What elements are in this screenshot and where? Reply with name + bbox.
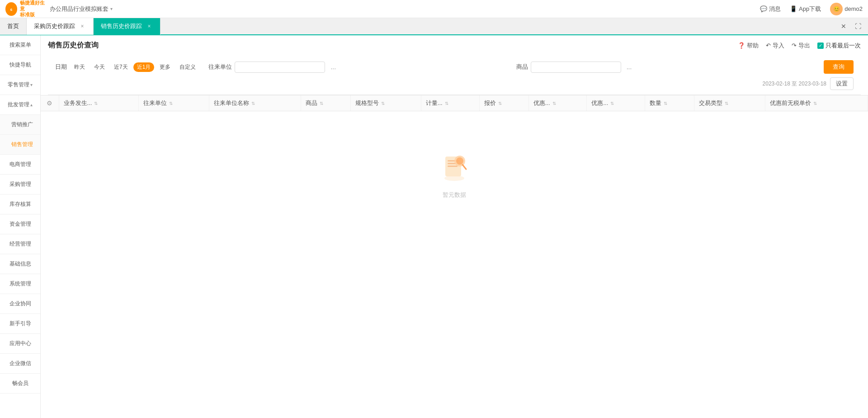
export-button[interactable]: ↷ 导出 (792, 42, 810, 50)
sort-icon-counterparty: ⇅ (169, 101, 173, 106)
sidebar-item-marketing[interactable]: 营销推广 (0, 115, 40, 135)
date-option-yesterday[interactable]: 昨天 (71, 62, 89, 72)
close-all-button[interactable]: ✕ (837, 20, 850, 33)
logo: 6 畅捷通好生意 标准版 (5, 0, 46, 18)
filter-row1: 日期 昨天 今天 近7天 近1月 更多 自定义 往来单位 (48, 55, 861, 76)
sidebar-item-business-mgmt[interactable]: 经营管理 (0, 234, 40, 254)
logo-icon: 6 (5, 2, 17, 16)
export-icon: ↷ (792, 42, 797, 49)
table-th-counterparty[interactable]: 往来单位 ⇅ (138, 95, 209, 111)
date-option-last1month[interactable]: 近1月 (133, 62, 155, 72)
data-table: ⚙ 业务发生... ⇅ 往来单位 ⇅ (41, 95, 868, 111)
counterparty-dots-button[interactable]: ... (328, 62, 339, 71)
empty-state-icon (436, 147, 472, 184)
tab-sales-history[interactable]: 销售历史价跟踪 × (94, 18, 160, 35)
date-filter-group: 日期 昨天 今天 近7天 近1月 更多 自定义 (55, 62, 199, 72)
table-header: ⚙ 业务发生... ⇅ 往来单位 ⇅ (41, 95, 868, 111)
filter-row2: 2023-02-18 至 2023-03-18 设置 (48, 76, 861, 95)
sidebar-item-app-center[interactable]: 应用中心 (0, 334, 40, 354)
date-option-custom[interactable]: 自定义 (176, 62, 199, 72)
date-option-today[interactable]: 今天 (90, 62, 108, 72)
only-last-checkbox[interactable]: ✓ (817, 43, 824, 49)
avatar: 😊 (830, 3, 843, 15)
sidebar-item-purchase-mgmt[interactable]: 采购管理 (0, 175, 40, 195)
date-option-last7days[interactable]: 近7天 (110, 62, 132, 72)
settings-button[interactable]: 设置 (830, 77, 854, 90)
sort-icon-pre-discount-price: ⇅ (813, 101, 817, 106)
sidebar-item-inventory[interactable]: 库存核算 (0, 195, 40, 214)
date-range-display: 2023-02-18 至 2023-03-18 (763, 80, 826, 88)
sidebar-item-retail-mgmt[interactable]: 零售管理 ▾ (0, 75, 40, 95)
sidebar-item-finance-mgmt[interactable]: 资金管理 (0, 214, 40, 234)
sort-icon-biz-date: ⇅ (94, 101, 98, 106)
only-last-checkbox-group[interactable]: ✓ 只看最后一次 (817, 42, 861, 50)
empty-state: 暂元数据 (41, 111, 868, 235)
tab-purchase-history-close[interactable]: × (79, 23, 86, 30)
sort-icon-trade-type: ⇅ (725, 101, 728, 106)
app-download-button[interactable]: 📱 App下载 (790, 5, 821, 13)
product-input[interactable] (531, 62, 621, 73)
gear-icon: ⚙ (47, 100, 52, 107)
sidebar-item-wholesale-mgmt[interactable]: 批发管理 ▴ (0, 95, 40, 115)
tab-purchase-history[interactable]: 采购历史价跟踪 × (27, 18, 94, 35)
svg-line-9 (462, 165, 466, 169)
query-button[interactable]: 查询 (824, 60, 854, 74)
import-button[interactable]: ↶ 导入 (766, 42, 784, 50)
messaging-button[interactable]: 💬 消息 (760, 5, 781, 13)
sidebar-item-enterprise-agreement[interactable]: 企业协同 (0, 294, 40, 314)
counterparty-filter-group: 往来单位 ... (208, 62, 507, 73)
table-th-discount2[interactable]: 优惠... ⇅ (587, 95, 645, 111)
tab-home[interactable]: 首页 (0, 18, 27, 35)
table-th-discount1[interactable]: 优惠... ⇅ (528, 95, 587, 111)
main-layout: 搜索菜单 快捷导航 零售管理 ▾ 批发管理 ▴ 营销推广 销售管理 电商管理 采 (0, 35, 868, 418)
counterparty-input[interactable] (235, 62, 325, 73)
svg-text:6: 6 (10, 8, 13, 12)
date-option-more[interactable]: 更多 (156, 62, 174, 72)
tab-sales-history-close[interactable]: × (146, 23, 153, 30)
sidebar-item-new-guide[interactable]: 新手引导 (0, 314, 40, 334)
product-dots-button[interactable]: ... (624, 62, 635, 71)
table-th-biz-date[interactable]: 业务发生... ⇅ (59, 95, 138, 111)
table-th-unit[interactable]: 计量... ⇅ (421, 95, 479, 111)
logo-text: 畅捷通好生意 标准版 (20, 0, 46, 18)
sort-icon-quantity: ⇅ (664, 101, 667, 106)
sort-icon-unit: ⇅ (445, 101, 448, 106)
user-menu[interactable]: 😊 demo2 (830, 3, 863, 15)
table-th-quantity[interactable]: 数量 ⇅ (645, 95, 694, 111)
sidebar-item-member[interactable]: 畅会员 (0, 374, 40, 394)
sidebar-item-system-mgmt[interactable]: 系统管理 (0, 274, 40, 294)
wholesale-expand-icon: ▴ (30, 102, 33, 107)
product-filter-group: 商品 ... (516, 62, 815, 73)
sidebar-item-sales-mgmt[interactable]: 销售管理 (0, 135, 40, 155)
product-label: 商品 (516, 63, 528, 71)
account-selector[interactable]: 办公用品行业模拟账套 ▾ (46, 3, 116, 15)
fullscreen-button[interactable]: ⛶ (852, 20, 864, 33)
help-button[interactable]: ❓ 帮助 (738, 42, 759, 50)
table-th-quote[interactable]: 报价 ⇅ (479, 95, 528, 111)
table-th-spec[interactable]: 规格型号 ⇅ (350, 95, 421, 111)
table-th-product[interactable]: 商品 ⇅ (301, 95, 350, 111)
table-th-pre-discount-price[interactable]: 优惠前无税单价 ⇅ (765, 95, 868, 111)
account-name: 办公用品行业模拟账套 (50, 5, 108, 13)
sidebar-item-quick-nav[interactable]: 快捷导航 (0, 55, 40, 75)
table-th-trade-type[interactable]: 交易类型 ⇅ (694, 95, 765, 111)
sidebar-item-search-menu[interactable]: 搜索菜单 (0, 35, 40, 55)
sort-icon-discount2: ⇅ (610, 101, 614, 106)
retail-expand-icon: ▾ (30, 82, 33, 87)
sidebar-item-enterprise-wechat[interactable]: 企业微信 (0, 354, 40, 374)
page-title: 销售历史价查询 (48, 41, 99, 50)
sidebar-item-ecommerce-mgmt[interactable]: 电商管理 (0, 155, 40, 175)
top-bar-right: 💬 消息 📱 App下载 😊 demo2 (760, 3, 863, 15)
tab-bar: 首页 采购历史价跟踪 × 销售历史价跟踪 × ✕ ⛶ (0, 18, 868, 35)
table-th-counterparty-name[interactable]: 往来单位名称 ⇅ (209, 95, 301, 111)
empty-text: 暂元数据 (443, 191, 466, 199)
page-header: 销售历史价查询 ❓ 帮助 ↶ 导入 ↷ 导出 ✓ (41, 35, 868, 95)
table-th-settings[interactable]: ⚙ (41, 95, 59, 111)
top-bar: 6 畅捷通好生意 标准版 办公用品行业模拟账套 ▾ 💬 消息 📱 App下载 😊… (0, 0, 868, 18)
content-area: 销售历史价查询 ❓ 帮助 ↶ 导入 ↷ 导出 ✓ (41, 35, 868, 418)
sidebar-item-basic-info[interactable]: 基础信息 (0, 254, 40, 274)
page-title-row: 销售历史价查询 ❓ 帮助 ↶ 导入 ↷ 导出 ✓ (48, 41, 861, 50)
tab-bar-actions: ✕ ⛶ (837, 20, 868, 33)
svg-point-8 (456, 157, 463, 165)
phone-icon: 📱 (790, 5, 797, 12)
